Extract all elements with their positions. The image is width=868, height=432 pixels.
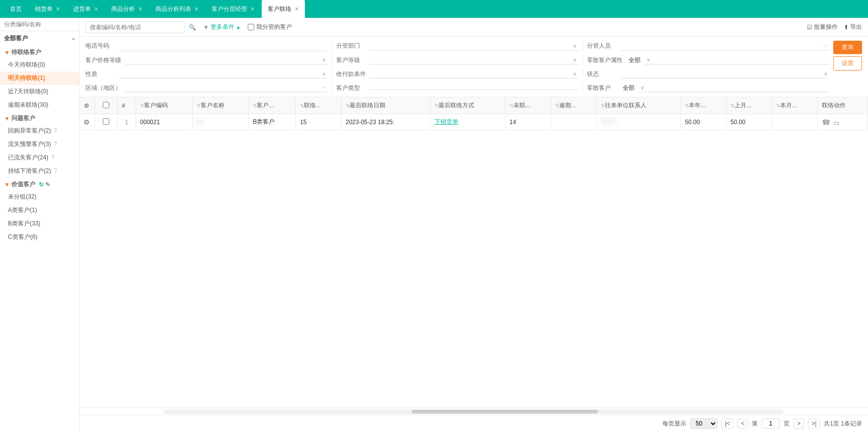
payment-select[interactable]: ∨ [370,70,579,78]
sidebar-item-tomorrow-pending[interactable]: 明天待联络(1) [0,72,79,85]
scroll-thumb[interactable] [412,410,597,414]
close-purchase-icon[interactable]: ✕ [94,6,98,12]
sidebar-item-class-b[interactable]: B类客户(33) [0,217,79,230]
collapse-icon: « [72,36,75,42]
row-name: Ea [192,114,249,130]
phone-action-icon[interactable]: ☎ [822,118,830,126]
export-btn[interactable]: ⬆ 导出 [844,23,862,31]
col-contact-person[interactable]: 往来单位联系人 [596,97,681,114]
close-customer-segment-icon[interactable]: ✕ [250,6,255,12]
sidebar-item-unclassified[interactable]: 未分组(32) [0,190,79,204]
row-code: 000021 [136,114,193,130]
close-customer-contact-icon[interactable]: ✕ [294,6,299,12]
page-size-select[interactable]: 50 10 20 100 [690,418,718,429]
nav-customer-contact[interactable]: 客户联络 ✕ [262,0,305,18]
region-select[interactable]: ··· [125,83,328,92]
row-gear[interactable]: ⚙ [79,114,94,130]
filter-status-field: 状态 ∨ [587,70,829,78]
sidebar-item-churn-warning[interactable]: 流失预警客户(3) ? [0,138,79,151]
col-type[interactable]: 客户... [249,97,296,114]
col-last-month[interactable]: 上月... [726,97,772,114]
total-records: 共1页 1条记录 [824,420,862,428]
page-num-input[interactable] [762,419,780,429]
phone-input[interactable] [119,41,328,51]
all-customers-header[interactable]: 全部客户 « [0,31,79,46]
retail-customer-label: 零散客户 [587,84,617,92]
sidebar-item-churned[interactable]: 已流失客户(24) ? [0,151,79,164]
h-scrollbar[interactable] [79,408,868,415]
nature-select[interactable]: ∨ [119,70,328,78]
payment-chevron: ∨ [573,71,577,76]
sidebar-item-overdue-pending[interactable]: 逾期未联络(30) [0,98,79,112]
price-level-label: 客户价格等级 [85,56,121,65]
prev-page-btn[interactable]: < [737,419,748,429]
close-goods-analysis-list-icon[interactable]: ✕ [194,6,199,12]
settings-button[interactable]: 设置 [833,56,862,71]
refresh-icon[interactable]: ↻ [39,181,44,188]
row-contact-person: 联系人 [596,114,681,130]
retail-customer-chevron: ∨ [641,85,644,90]
retail-attr-select[interactable]: ∨ [645,56,829,65]
query-button[interactable]: 查询 [833,41,862,54]
col-this-month[interactable]: 本月... [772,97,817,114]
nav-goods-analysis-list[interactable]: 商品分析列表 ✕ [149,0,205,18]
sidebar-item-class-c[interactable]: C类客户(6) [0,230,79,244]
sidebar-item-class-a[interactable]: A类客户(1) [0,204,79,217]
search-input[interactable] [85,21,185,33]
batch-ops-btn[interactable]: ☑ 批量操作 [807,23,838,31]
more-conditions-btn[interactable]: ▼ 更多条件 ▲ [200,21,244,33]
gear-icon-header[interactable]: ⚙ [84,102,89,109]
sidebar-search-input[interactable] [4,21,78,28]
col-last-date[interactable]: 最后联络日期 [341,97,430,114]
branch-person-select[interactable]: ··· [621,42,829,51]
col-name[interactable]: 客户名称 [192,97,249,114]
filter-icon: ▼ [203,24,209,31]
more-action-icon[interactable]: ⚏ [833,118,840,126]
nav-home[interactable]: 首页 [4,0,28,18]
nav-purchase[interactable]: 进货单 ✕ [67,0,104,18]
col-last-method[interactable]: 最后联络方式 [431,97,506,114]
branch-person-label: 分管人员 [587,42,617,50]
nav-sales[interactable]: 销货单 ✕ [29,0,66,18]
table-row: ⚙ 1 000021 Ea B类客户 15 2023-05-23 18:25: … [79,114,868,130]
col-code[interactable]: 客户编码 [136,97,193,114]
branch-dept-select[interactable]: ∨ [370,42,579,51]
close-goods-analysis-icon[interactable]: ✕ [138,6,143,12]
filter-row-3: 性质 ∨ 收付款条件 ∨ [85,69,829,79]
col-check [94,97,118,114]
col-gear[interactable]: ⚙ [79,97,94,114]
sidebar-item-7day-pending[interactable]: 近7天待联络(0) [0,85,79,98]
sidebar-item-today-pending[interactable]: 今天待联络(0) [0,58,79,72]
customer-level-select[interactable]: ∨ [370,56,579,65]
col-num: # [118,97,136,114]
next-page-btn[interactable]: > [794,419,804,429]
edit-icon[interactable]: ✎ [45,181,50,188]
retail-customer-value: 全部 [623,84,635,92]
my-customers-checkbox-label[interactable]: 我分管的客户 [248,23,292,31]
sidebar-item-declining[interactable]: 持续下滑客户(2) ? [0,164,79,178]
retail-customer-select[interactable]: ∨ [639,83,829,92]
row-checkbox[interactable] [103,118,109,125]
divider-4 [582,55,583,65]
col-not-contacted[interactable]: 未联... [506,97,551,114]
first-page-btn[interactable]: |< [722,419,733,429]
customer-type-select[interactable] [370,86,579,90]
search-icon[interactable]: 🔍 [189,24,196,31]
nav-customer-segment[interactable]: 客户分层经营 ✕ [206,0,261,18]
col-contact[interactable]: 联络... [296,97,342,114]
my-customers-checkbox[interactable] [248,24,254,30]
row-type: B类客户 [249,114,296,130]
status-select[interactable]: ∨ [621,70,829,78]
sidebar-item-repurchase-anomaly[interactable]: 回购异常客户(2) ? [0,124,79,138]
select-all-checkbox[interactable] [103,102,109,108]
scroll-track[interactable] [164,410,784,414]
row-check[interactable] [94,114,118,130]
row-last-method[interactable]: 下销货单 [431,114,506,130]
price-level-select[interactable]: ∨ [125,56,328,65]
col-overdue[interactable]: 逾期... [551,97,596,114]
nav-goods-analysis[interactable]: 商品分析 ✕ [105,0,148,18]
sidebar-search-container: 🔍 [0,18,79,31]
col-this-year[interactable]: 本年... [681,97,726,114]
last-page-btn[interactable]: >| [808,419,820,429]
close-sales-icon[interactable]: ✕ [56,6,60,12]
